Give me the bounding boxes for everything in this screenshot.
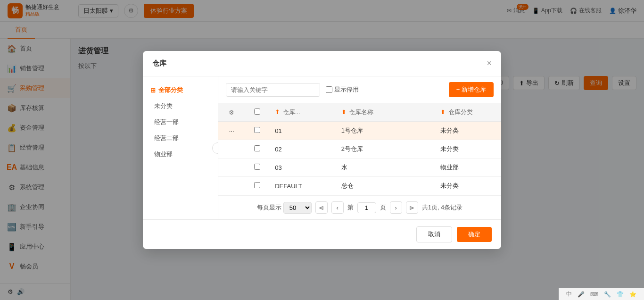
category-sidebar: ⊞ 全部分类 未分类 经营一部 经营二部 物业部 《 <box>143 76 218 219</box>
table-header: ⚙ ⬆ 仓库... ⬆ 仓库名称 <box>218 103 501 122</box>
category-item-property[interactable]: 物业部 <box>143 146 218 162</box>
warehouse-table: ⚙ ⬆ 仓库... ⬆ 仓库名称 <box>218 103 501 195</box>
modal-overlay: 仓库 × ⊞ 全部分类 未分类 经营一部 经营二部 物业部 《 <box>0 0 644 300</box>
table-row[interactable]: DEFAULT 总仓 未分类 <box>218 177 501 195</box>
total-info: 共1页, 4条记录 <box>422 203 463 212</box>
table-toolbar: 🔍 显示停用 + 新增仓库 <box>218 76 501 103</box>
table-row[interactable]: 03 水 物业部 <box>218 158 501 177</box>
row-settings-4[interactable] <box>218 177 245 195</box>
search-button[interactable]: 🔍 <box>315 83 320 96</box>
cancel-button[interactable]: 取消 <box>416 226 452 242</box>
row-checkbox-4[interactable] <box>254 182 260 188</box>
sort-icon-name: ⬆ <box>341 108 347 116</box>
input-method-label[interactable]: 中 <box>566 290 572 298</box>
modal-title: 仓库 <box>152 59 166 68</box>
row-category-1: 未分类 <box>435 122 501 140</box>
modal-body: ⊞ 全部分类 未分类 经营一部 经营二部 物业部 《 🔍 <box>143 76 501 219</box>
modal-header: 仓库 × <box>143 51 501 76</box>
row-category-4: 未分类 <box>435 177 501 195</box>
data-table: ⚙ ⬆ 仓库... ⬆ 仓库名称 <box>218 103 501 195</box>
row-name-3: 水 <box>336 158 435 177</box>
confirm-button[interactable]: 确定 <box>457 227 492 242</box>
col-header-category: ⬆ 仓库分类 <box>435 103 501 122</box>
all-category-button[interactable]: ⊞ 全部分类 <box>143 82 218 98</box>
sort-icon-cat: ⬆ <box>440 108 446 116</box>
show-disabled-checkbox[interactable] <box>326 86 332 93</box>
mic-icon[interactable]: 🎤 <box>578 291 585 298</box>
apparel-icon[interactable]: 👕 <box>617 291 624 298</box>
row-name-4: 总仓 <box>336 177 435 195</box>
row-code-3: 03 <box>269 158 336 177</box>
prev-page-button[interactable]: ‹ <box>331 201 344 214</box>
star-icon[interactable]: ⭐ <box>629 291 636 298</box>
select-all-checkbox[interactable] <box>254 108 260 115</box>
table-row[interactable]: 02 2号仓库 未分类 <box>218 140 501 158</box>
category-item-dept2[interactable]: 经营二部 <box>143 130 218 146</box>
row-name-2: 2号仓库 <box>336 140 435 158</box>
row-code-2: 02 <box>269 140 336 158</box>
page-number-input[interactable] <box>357 202 376 213</box>
modal-close-button[interactable]: × <box>487 58 492 68</box>
col-header-settings[interactable]: ⚙ <box>218 103 245 122</box>
warehouse-modal: 仓库 × ⊞ 全部分类 未分类 经营一部 经营二部 物业部 《 <box>143 51 501 249</box>
row-category-2: 未分类 <box>435 140 501 158</box>
row-checkbox-1[interactable] <box>254 127 260 133</box>
next-page-button[interactable]: › <box>390 201 402 214</box>
bottom-bar: 中 🎤 ⌨ 🔧 👕 ⭐ <box>559 288 644 300</box>
row-checkbox-3[interactable] <box>254 164 260 170</box>
row-check-3 <box>245 158 269 177</box>
tool-icon[interactable]: 🔧 <box>604 291 611 298</box>
table-area: 🔍 显示停用 + 新增仓库 ⚙ <box>218 76 501 219</box>
table-body: ··· 01 1号仓库 未分类 <box>218 122 501 195</box>
all-category-label: 全部分类 <box>158 86 183 94</box>
row-checkbox-2[interactable] <box>254 145 260 151</box>
sort-icon-code: ⬆ <box>275 108 280 116</box>
last-page-button[interactable]: ⊳ <box>406 201 418 214</box>
row-settings-3[interactable] <box>218 158 245 177</box>
page-size-select[interactable]: 50 100 <box>283 202 312 214</box>
col-header-name: ⬆ 仓库名称 <box>336 103 435 122</box>
keyboard-icon[interactable]: ⌨ <box>590 291 598 298</box>
search-box: 🔍 <box>226 83 320 97</box>
grid-icon: ⊞ <box>150 87 156 94</box>
col-header-code: ⬆ 仓库... <box>269 103 336 122</box>
category-item-dept1[interactable]: 经营一部 <box>143 114 218 130</box>
row-code-4: DEFAULT <box>269 177 336 195</box>
row-settings-2[interactable] <box>218 140 245 158</box>
search-input[interactable] <box>226 83 315 96</box>
col-header-check <box>245 103 269 122</box>
add-warehouse-button[interactable]: + 新增仓库 <box>449 82 494 97</box>
row-code-1: 01 <box>269 122 336 140</box>
row-settings-1[interactable]: ··· <box>218 122 245 140</box>
show-disabled-label: 显示停用 <box>326 85 359 94</box>
first-page-button[interactable]: ⊲ <box>315 201 328 214</box>
page-size-area: 每页显示 50 100 <box>257 202 312 214</box>
row-name-1: 1号仓库 <box>336 122 435 140</box>
row-check-2 <box>245 140 269 158</box>
pagination: 每页显示 50 100 ⊲ ‹ 第 页 › ⊳ 共1页, 4条记录 <box>218 195 501 219</box>
row-check-1 <box>245 122 269 140</box>
row-category-3: 物业部 <box>435 158 501 177</box>
category-item-unclassified[interactable]: 未分类 <box>143 98 218 114</box>
modal-footer: 取消 确定 <box>143 219 501 249</box>
row-check-4 <box>245 177 269 195</box>
table-row[interactable]: ··· 01 1号仓库 未分类 <box>218 122 501 140</box>
